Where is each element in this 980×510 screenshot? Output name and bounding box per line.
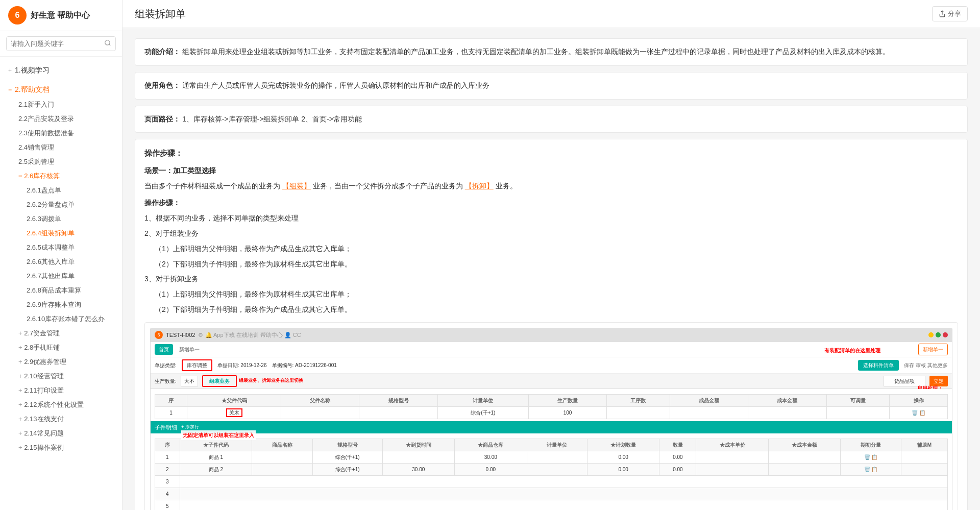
sidebar-item-2-6-7[interactable]: 2.6.7其他出库单 (0, 269, 122, 283)
ss-bottom-table-header: 序 ★子件代码 商品名称 规格型号 ★到货时间 ★商品仓库 计量单位 ★计划数量… (155, 439, 948, 451)
sidebar-item-2-13[interactable]: + 2.13在线支付 (0, 412, 122, 426)
ss-top-table-container: 序 ★父件代码 父件名称 规格型号 计量单位 生产数量 工序数 成品金额 成本金… (151, 389, 952, 421)
sidebar-item-2-2[interactable]: 2.2产品安装及登录 (0, 112, 122, 126)
ss-bottom-table-container: 序 ★子件代码 商品名称 规格型号 ★到货时间 ★商品仓库 计量单位 ★计划数量… (151, 433, 952, 510)
operations-block: 操作步骤： 场景一：加工类型选择 当由多个子件材料组装成一个成品的业务为 【组装… (135, 139, 968, 510)
sidebar-item-video[interactable]: + 1.视频学习 (0, 63, 122, 78)
annotation-2: 组装业务、拆卸业务在这里切换 (239, 377, 303, 384)
plus-icon-3: + (18, 344, 22, 351)
ss-close (943, 332, 948, 337)
intro-label: 功能介绍： (144, 47, 180, 56)
sidebar-item-2-6[interactable]: − 2.6库存核算 (0, 169, 122, 183)
step3: 3、对于拆卸业务 (144, 273, 958, 285)
sidebar-section-1: + 1.视频学习 (0, 61, 122, 80)
highlight-assembly[interactable]: 【组装】 (282, 182, 311, 190)
step3-1: （1）上部明细为父件明细，最终作为原材料生成其它出库单； (155, 288, 958, 301)
svg-line-1 (109, 44, 111, 46)
scene-desc: 当由多个子件材料组装成一个成品的业务为 【组装】 业务，当由一个父件拆分成多个子… (144, 180, 958, 192)
annotation-4: 无固定清单可以组装在这里录入 (181, 430, 256, 440)
path-label: 页面路径： (144, 115, 180, 123)
sidebar-item-2-7[interactable]: + 2.7资金管理 (0, 326, 122, 341)
search-area (0, 31, 122, 57)
highlight-disassembly[interactable]: 【拆卸】 (465, 182, 494, 190)
sidebar-item-2-6-1[interactable]: 2.6.1盘点单 (0, 183, 122, 198)
ss-icon-area: ⚙ 🔔 App下载 在线培训 帮助中心 👤 CC (198, 330, 301, 340)
table-row: 1 关木 综合(千+1) 100 (155, 406, 948, 419)
plus-icon-9: + (18, 429, 22, 437)
svg-point-0 (105, 40, 110, 45)
ss-active-nav: 首页 (155, 344, 173, 355)
plus-icon-8: + (18, 415, 22, 423)
sidebar-item-2-9[interactable]: + 2.9优惠券管理 (0, 355, 122, 369)
topbar: 组装拆卸单 分享 (122, 0, 980, 28)
sidebar-item-2-3[interactable]: 2.3使用前数据准备 (0, 126, 122, 140)
screenshot-container: 6 TEST-H002 ⚙ 🔔 App下载 在线培训 帮助中心 👤 CC 首页 (144, 322, 958, 510)
intro-block: 功能介绍： 组装拆卸单用来处理企业组装或拆卸等加工业务，支持有固定装配清单的产品… (135, 38, 968, 66)
annotation-1: 有装配清单的在这里处理 (824, 346, 880, 355)
ss-top-table-header: 序 ★父件代码 父件名称 规格型号 计量单位 生产数量 工序数 成品金额 成本金… (155, 394, 948, 406)
plus-icon-5: + (18, 372, 22, 380)
ss-toolbar-label: 单据类型: (155, 361, 177, 370)
role-text: 通常由生产人员或库管人员完成拆装业务的操作，库管人员确认原材料的出库和产成品的入… (182, 81, 489, 89)
sidebar-item-2-6-6[interactable]: 2.6.6其他入库单 (0, 255, 122, 269)
ss-app-id: TEST-H002 (166, 330, 195, 340)
ss-window-bar: 6 TEST-H002 ⚙ 🔔 App下载 在线培训 帮助中心 👤 CC (151, 328, 952, 342)
plus-icon-7: + (18, 401, 22, 408)
logo-area: 6 好生意 帮助中心 (0, 0, 122, 31)
ss-section-header: 子件明细 + 添加行 无固定清单可以组装在这里录入 (151, 421, 952, 434)
minus-icon-2: − (18, 172, 22, 180)
search-input[interactable] (7, 37, 100, 51)
sidebar-item-2-6-4[interactable]: 2.6.4组装拆卸单 (0, 226, 122, 240)
role-label: 使用角色： (144, 81, 180, 89)
sidebar-item-2-6-2[interactable]: 2.6.2分量盘点单 (0, 198, 122, 212)
step1: 1、根据不同的业务，选择不同单据的类型来处理 (144, 212, 958, 225)
ss-minimize (928, 332, 934, 337)
sidebar-item-2-6-8[interactable]: 2.6.8商品成本重算 (0, 283, 122, 298)
search-button[interactable] (100, 37, 115, 50)
table-row: 3 (155, 476, 948, 488)
ss-type-switch: 组装业务 (202, 375, 237, 387)
plus-icon-10: + (18, 444, 22, 451)
table-row: 4 (155, 488, 948, 500)
sidebar-item-2-8[interactable]: + 2.8手机旺铺 (0, 341, 122, 355)
sidebar-item-2-14[interactable]: + 2.14常见问题 (0, 426, 122, 441)
sidebar-item-docs[interactable]: − 2.帮助文档 (0, 82, 122, 98)
plus-icon-2: + (18, 329, 22, 337)
sidebar-item-2-6-10[interactable]: 2.6.10库存账本错了怎么办 (0, 312, 122, 326)
sidebar-item-2-6-9[interactable]: 2.6.9库存账本查询 (0, 298, 122, 312)
logo-icon: 6 (8, 6, 27, 25)
intro-text: 组装拆卸单用来处理企业组装或拆卸等加工业务，支持有固定装配清单的产品加工业务，也… (182, 47, 890, 56)
ss-bottom-table: 序 ★子件代码 商品名称 规格型号 ★到货时间 ★商品仓库 计量单位 ★计划数量… (155, 439, 948, 510)
nav-list: + 1.视频学习 − 2.帮助文档 2.1新手入门 2.2产品安装及登录 2.3… (0, 57, 122, 510)
sidebar-item-2-15[interactable]: + 2.15操作案例 (0, 441, 122, 455)
sidebar-item-2-4[interactable]: 2.4销售管理 (0, 140, 122, 155)
minus-icon: − (8, 86, 12, 93)
share-label: 分享 (948, 9, 961, 18)
plus-icon: + (8, 67, 12, 74)
sidebar-item-2-12[interactable]: + 2.12系统个性化设置 (0, 398, 122, 412)
ss-nav-item: 新增单一 (175, 344, 204, 355)
sidebar-item-2-6-3[interactable]: 2.6.3调拨单 (0, 212, 122, 226)
ss-maximize (936, 332, 941, 337)
ss-top-table: 序 ★父件代码 父件名称 规格型号 计量单位 生产数量 工序数 成品金额 成本金… (155, 394, 948, 419)
sidebar-item-2-11[interactable]: + 2.11打印设置 (0, 383, 122, 398)
sidebar-item-2-6-5[interactable]: 2.6.5成本调整单 (0, 240, 122, 255)
table-row: 1 商品 1 综合(千+1) 30.00 0.00 0.00 (155, 451, 948, 464)
steps-title: 操作步骤： (144, 197, 958, 209)
ss-qty-val: 大不 (181, 376, 198, 386)
sidebar-item-2-10[interactable]: + 2.10经营管理 (0, 369, 122, 383)
share-button[interactable]: 分享 (932, 6, 968, 21)
logo-text: 好生意 帮助中心 (31, 10, 90, 21)
step2: 2、对于组装业务 (144, 228, 958, 240)
sidebar-section-2: − 2.帮助文档 2.1新手入门 2.2产品安装及登录 2.3使用前数据准备 2… (0, 80, 122, 457)
step3-2: （2）下部明细为子件明细，最终作为产成品生成其它入库单。 (155, 304, 958, 316)
sidebar-item-2-1[interactable]: 2.1新手入门 (0, 98, 122, 112)
ss-date-label: 单据日期: 2019-12-26 (217, 361, 267, 370)
role-block: 使用角色： 通常由生产人员或库管人员完成拆装业务的操作，库管人员确认原材料的出库… (135, 72, 968, 100)
path-text: 1、库存核算->库存管理->组装拆卸单 2、首页->常用功能 (182, 115, 362, 123)
sidebar-item-2-5[interactable]: 2.5采购管理 (0, 155, 122, 169)
plus-icon-6: + (18, 386, 22, 394)
ss-docno-label: 单据编号: AD-20191226-001 (272, 361, 337, 370)
ss-green-action: 选择料件清单 (858, 360, 899, 371)
plus-icon-4: + (18, 358, 22, 366)
